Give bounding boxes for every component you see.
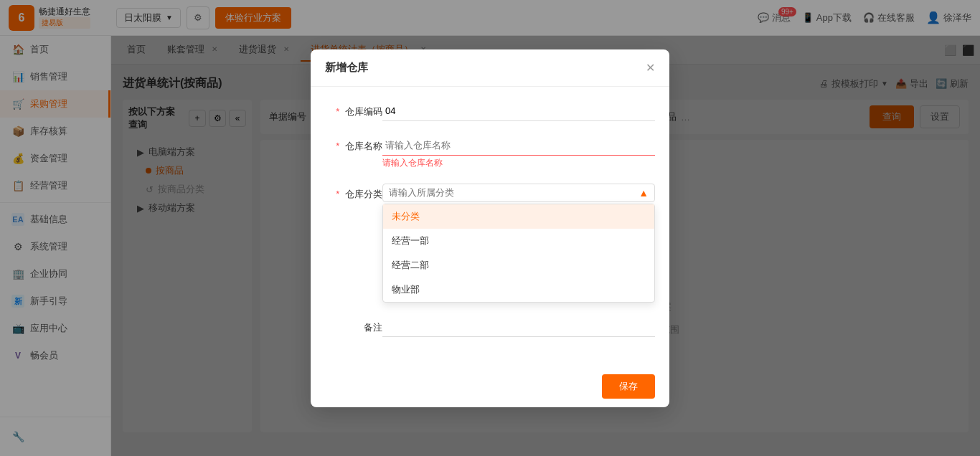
form-row-remark: 备注 — [325, 317, 655, 337]
form-row-category: * 仓库分类 ▲ 未分类 经营一部 经营二部 物业部 — [325, 184, 655, 202]
modal-footer: 保存 — [311, 366, 669, 407]
dropdown-item-uncategorized[interactable]: 未分类 — [383, 204, 654, 229]
dropdown-item-dept2[interactable]: 经营二部 — [383, 253, 654, 277]
category-field: ▲ 未分类 经营一部 经营二部 物业部 — [382, 184, 655, 202]
chevron-up-icon[interactable]: ▲ — [639, 187, 649, 199]
modal-body: * 仓库编码 * 仓库名称 请输入仓库名称 — [311, 87, 669, 366]
name-input[interactable] — [382, 136, 655, 156]
required-star-code: * — [336, 106, 339, 117]
save-button[interactable]: 保存 — [602, 374, 655, 399]
modal-close-button[interactable]: ✕ — [646, 61, 655, 75]
name-field: 请输入仓库名称 — [382, 136, 655, 169]
dropdown-item-dept1[interactable]: 经营一部 — [383, 229, 654, 253]
modal-title: 新增仓库 — [325, 61, 368, 75]
name-error: 请输入仓库名称 — [382, 157, 655, 169]
category-input[interactable] — [389, 187, 639, 198]
required-star-name: * — [336, 141, 339, 151]
remark-label: 备注 — [325, 317, 382, 334]
dropdown-item-property[interactable]: 物业部 — [383, 277, 654, 302]
required-star-category: * — [336, 189, 339, 199]
code-label: * 仓库编码 — [325, 101, 382, 118]
add-warehouse-modal: 新增仓库 ✕ * 仓库编码 * 仓库名称 — [311, 49, 669, 407]
modal-header: 新增仓库 ✕ — [311, 49, 669, 87]
form-row-code: * 仓库编码 — [325, 101, 655, 121]
modal-overlay[interactable]: 新增仓库 ✕ * 仓库编码 * 仓库名称 — [0, 0, 980, 456]
name-label: * 仓库名称 — [325, 136, 382, 153]
code-input[interactable] — [382, 101, 655, 121]
remark-input[interactable] — [382, 317, 655, 337]
category-dropdown: 未分类 经营一部 经营二部 物业部 — [382, 204, 655, 303]
code-field — [382, 101, 655, 121]
form-row-name: * 仓库名称 请输入仓库名称 — [325, 136, 655, 169]
remark-field — [382, 317, 655, 337]
category-label: * 仓库分类 — [325, 184, 382, 201]
category-input-wrapper: ▲ — [382, 184, 655, 202]
